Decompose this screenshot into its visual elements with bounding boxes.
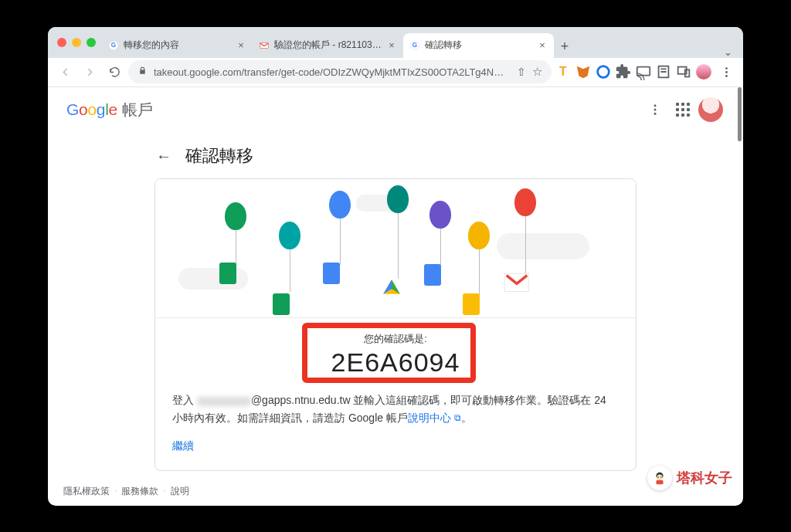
svg-rect-6 [637, 67, 650, 76]
close-tab-icon[interactable]: × [537, 39, 548, 51]
svg-point-14 [654, 109, 657, 111]
external-link-icon: ⧉ [454, 412, 461, 423]
gmail-favicon [259, 40, 270, 51]
watermark-icon [647, 466, 672, 490]
reload-button[interactable] [104, 61, 125, 83]
share-icon[interactable]: ⇧ [517, 66, 526, 78]
help-center-link[interactable]: 說明中心 ⧉ [408, 412, 461, 424]
body-text-prefix: 登入 [172, 394, 197, 406]
svg-point-13 [654, 105, 657, 107]
balloons-illustration [155, 179, 636, 318]
tab-title: 驗證您的帳戶 - r821103542@g [274, 39, 382, 52]
account-label: 帳戶 [122, 100, 153, 120]
svg-point-5 [598, 66, 609, 78]
extension-t-icon[interactable]: T [555, 63, 572, 80]
browser-window: G 轉移您的內容 × 驗證您的帳戶 - r821103542@g × G 確認轉… [48, 27, 743, 506]
extensions-puzzle-icon[interactable] [615, 63, 632, 80]
tab-2[interactable]: 驗證您的帳戶 - r821103542@g × [253, 33, 403, 58]
code-section: 您的確認碼是: 2E6A6094 [155, 318, 636, 385]
svg-text:G: G [111, 42, 116, 49]
extension-metamask-icon[interactable] [575, 63, 592, 80]
browser-toolbar: takeout.google.com/transfer/get-code/ODI… [48, 58, 743, 87]
google-account-logo[interactable]: Google 帳戶 [66, 100, 153, 120]
back-button[interactable] [54, 61, 76, 83]
svg-text:G: G [412, 42, 417, 49]
page-title: 確認轉移 [185, 144, 253, 168]
svg-rect-19 [656, 479, 663, 484]
continue-link[interactable]: 繼續 [172, 437, 194, 454]
watermark: 塔科女子 [647, 466, 732, 490]
cast-icon[interactable] [635, 63, 652, 80]
url-text: takeout.google.com/transfer/get-code/ODI… [154, 66, 511, 78]
confirmation-code: 2E6A6094 [163, 347, 628, 378]
tab-3-active[interactable]: G 確認轉移 × [403, 33, 554, 58]
svg-point-21 [660, 476, 661, 477]
card-body: 登入 @gapps.ntnu.edu.tw 並輸入這組確認碼，即可啟動轉移作業。… [155, 385, 636, 469]
google-logo-text: Google [66, 100, 117, 119]
svg-point-11 [725, 71, 728, 73]
window-controls [54, 27, 102, 58]
code-label: 您的確認碼是: [163, 332, 628, 346]
scrollbar-thumb[interactable] [738, 87, 742, 141]
browser-menu-icon[interactable] [715, 61, 737, 83]
star-icon[interactable]: ☆ [532, 65, 542, 79]
minimize-window-button[interactable] [72, 38, 81, 47]
tab-strip: G 轉移您的內容 × 驗證您的帳戶 - r821103542@g × G 確認轉… [48, 27, 743, 58]
page-subheader: ← 確認轉移 [154, 134, 637, 178]
body-email-domain: @gapps.ntnu.edu.tw [251, 394, 351, 406]
main-content: ← 確認轉移 [141, 134, 650, 476]
devices-icon[interactable] [675, 63, 692, 80]
tab-title: 確認轉移 [425, 39, 532, 52]
account-avatar[interactable] [697, 96, 725, 124]
lock-icon [137, 66, 148, 78]
address-bar[interactable]: takeout.google.com/transfer/get-code/ODI… [128, 60, 552, 83]
tab-1[interactable]: G 轉移您的內容 × [102, 33, 253, 58]
help-link[interactable]: 說明 [171, 485, 189, 498]
tab-title: 轉移您的內容 [124, 39, 231, 52]
profile-avatar-icon[interactable] [695, 63, 712, 80]
page-footer: 隱私權政策 · 服務條款 · 說明 [48, 477, 743, 506]
redacted-email-user [197, 397, 251, 406]
watermark-text: 塔科女子 [677, 469, 732, 487]
privacy-link[interactable]: 隱私權政策 [63, 485, 110, 498]
confirmation-card: 您的確認碼是: 2E6A6094 登入 @gapps.ntnu.edu.tw 並… [154, 178, 637, 470]
forward-button[interactable] [79, 61, 100, 83]
page-viewport: Google 帳戶 ← 確認轉移 [48, 87, 743, 506]
body-text-suffix: 。 [461, 412, 472, 424]
back-arrow-icon[interactable]: ← [156, 147, 171, 165]
extension-circle-icon[interactable] [595, 63, 612, 80]
svg-point-12 [725, 75, 728, 77]
google-favicon: G [108, 40, 119, 51]
reader-icon[interactable] [655, 63, 672, 80]
terms-link[interactable]: 服務條款 [121, 485, 158, 498]
new-tab-button[interactable]: + [554, 36, 575, 58]
fullscreen-window-button[interactable] [87, 38, 96, 47]
close-window-button[interactable] [57, 38, 66, 47]
header-more-icon[interactable] [641, 96, 669, 124]
close-tab-icon[interactable]: × [236, 39, 246, 51]
close-tab-icon[interactable]: × [386, 39, 397, 51]
svg-point-20 [657, 476, 658, 477]
google-apps-icon[interactable] [669, 96, 697, 124]
svg-point-10 [725, 67, 728, 69]
tabs-dropdown-icon[interactable]: ⌄ [718, 46, 737, 58]
svg-point-15 [654, 113, 657, 115]
google-header: Google 帳戶 [48, 87, 743, 134]
google-favicon: G [409, 40, 420, 51]
